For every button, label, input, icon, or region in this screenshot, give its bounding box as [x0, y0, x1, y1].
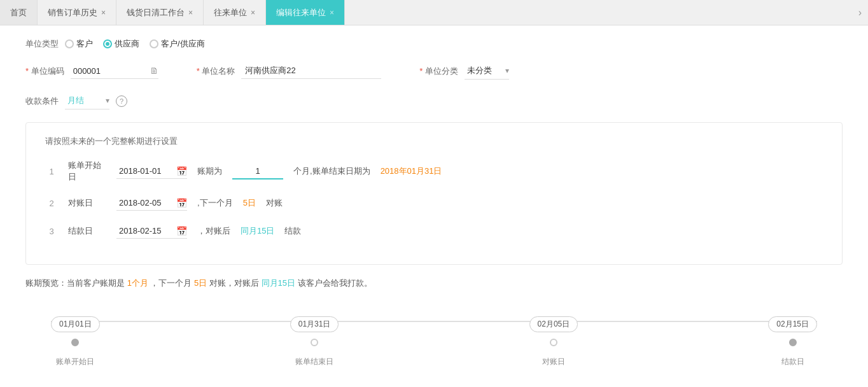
- radio-supplier[interactable]: 供应商: [103, 38, 139, 50]
- row-1-highlight-end: 2018年01月31日: [381, 165, 442, 177]
- row-2-highlight-day: 5日: [243, 197, 256, 209]
- unit-type-label: 单位类型: [25, 38, 59, 50]
- row-3-number: 3: [45, 227, 58, 236]
- unit-category-select[interactable]: 未分类 ▾: [465, 62, 509, 80]
- tab-edit-partner-label: 编辑往来单位: [276, 7, 326, 18]
- unit-name-label: 单位名称: [197, 66, 235, 77]
- timeline-date-3: 02月15日: [768, 316, 817, 332]
- unit-code-input[interactable]: [71, 64, 147, 78]
- preview-highlight2: 5日: [194, 278, 207, 288]
- section-title: 请按照未来的一个完整帐期进行设置: [45, 136, 823, 147]
- timeline-label-1: 账单结束日: [295, 356, 333, 367]
- payment-help-icon[interactable]: ?: [116, 95, 127, 107]
- radio-both-label: 客户/供应商: [161, 38, 205, 50]
- row-3-label: 结款日: [68, 225, 106, 237]
- unit-category-chevron: ▾: [505, 66, 509, 75]
- preview-mid1: ，下一个月: [150, 278, 192, 288]
- row-3-date-wrapper: 📅: [116, 223, 187, 239]
- tab-bar: 首页 销售订单历史 × 钱货日清工作台 × 往来单位 × 编辑往来单位 × ›: [0, 0, 868, 25]
- row-1-number: 1: [45, 167, 58, 176]
- timeline-label-2: 对账日: [542, 356, 565, 367]
- tab-sales-order-label: 销售订单历史: [48, 7, 97, 18]
- row-2-cal-icon[interactable]: 📅: [176, 198, 187, 208]
- payment-cond-row: 收款条件 月结 ▾ ?: [25, 92, 843, 109]
- row-2-number: 2: [45, 199, 58, 208]
- row-3-desc-suffix: 结款: [284, 225, 301, 237]
- unit-name-input[interactable]: [241, 64, 381, 79]
- tab-cash-work-label: 钱货日清工作台: [127, 7, 185, 18]
- payment-cond-value: 月结: [65, 92, 103, 109]
- tab-cash-work[interactable]: 钱货日清工作台 ×: [116, 0, 204, 25]
- tab-partner-label: 往来单位: [214, 7, 247, 18]
- payment-cond-label: 收款条件: [25, 95, 59, 107]
- preview-highlight1: 1个月: [127, 278, 148, 288]
- preview-prefix: 账期预览：当前客户账期是: [25, 278, 125, 288]
- timeline-label-3: 结款日: [781, 356, 804, 367]
- row-3-desc-prefix: ，对账后: [197, 225, 230, 237]
- row-1-desc-prefix: 账期为: [197, 165, 222, 177]
- code-name-row: 单位编码 🗎 单位名称 单位分类 未分类 ▾: [25, 62, 843, 80]
- radio-customer-circle: [65, 39, 74, 48]
- tab-partner-close[interactable]: ×: [251, 8, 255, 17]
- timeline-date-0: 01月01日: [51, 316, 100, 332]
- row-3-highlight-day: 同月15日: [241, 225, 274, 237]
- main-content: 单位类型 客户 供应商 客户/供应商 单位编码 🗎 单位名称 单: [0, 25, 868, 387]
- row-2-date-wrapper: 📅: [116, 195, 187, 211]
- tab-scroll-arrow[interactable]: ›: [852, 0, 868, 25]
- preview-text: 账期预览：当前客户账期是 1个月 ，下一个月 5日 对账，对账后 同月15日 该…: [25, 278, 843, 289]
- radio-both[interactable]: 客户/供应商: [150, 38, 205, 50]
- unit-code-icon[interactable]: 🗎: [150, 66, 158, 76]
- setting-row-1: 1 账单开始日 📅 账期为 个月,账单结束日期为 2018年01月31日: [45, 160, 823, 183]
- unit-category-value: 未分类: [465, 62, 503, 79]
- timeline-node-2: 02月05日 对账日: [529, 314, 578, 367]
- radio-supplier-label: 供应商: [115, 38, 139, 50]
- timeline-nodes: 01月01日 账单开始日 01月31日 账单结束日 02月05日 对账日: [51, 314, 817, 367]
- tab-edit-partner-close[interactable]: ×: [330, 8, 334, 17]
- unit-type-row: 单位类型 客户 供应商 客户/供应商: [25, 38, 843, 50]
- tab-home[interactable]: 首页: [0, 0, 38, 25]
- setting-row-3: 3 结款日 📅 ，对账后 同月15日 结款: [45, 223, 823, 239]
- row-1-date-wrapper: 📅: [116, 164, 187, 179]
- row-1-cal-icon[interactable]: 📅: [176, 166, 187, 176]
- radio-group: 客户 供应商 客户/供应商: [65, 38, 205, 50]
- radio-customer[interactable]: 客户: [65, 38, 93, 50]
- radio-both-circle: [150, 39, 158, 48]
- timeline: 01月01日 账单开始日 01月31日 账单结束日 02月05日 对账日: [25, 308, 843, 374]
- settings-section: 请按照未来的一个完整帐期进行设置 1 账单开始日 📅 账期为 个月,账单结束日期…: [25, 122, 843, 265]
- tab-cash-work-close[interactable]: ×: [188, 8, 193, 17]
- row-1-label: 账单开始日: [68, 160, 106, 183]
- preview-mid2: 对账，对账后: [209, 278, 259, 288]
- radio-supplier-circle: [103, 39, 112, 48]
- row-2-desc-prefix: ,下一个月: [197, 197, 233, 209]
- row-2-desc-suffix: 对账: [266, 197, 283, 209]
- radio-customer-label: 客户: [76, 38, 93, 50]
- timeline-node-1: 01月31日 账单结束日: [290, 314, 339, 367]
- timeline-label-0: 账单开始日: [56, 356, 94, 367]
- tab-sales-order-close[interactable]: ×: [101, 8, 106, 17]
- row-2-date-input[interactable]: [116, 195, 174, 210]
- timeline-date-1: 01月31日: [290, 316, 339, 332]
- row-3-cal-icon[interactable]: 📅: [176, 226, 187, 236]
- unit-code-label: 单位编码: [25, 66, 64, 77]
- row-1-date-input[interactable]: [116, 164, 174, 178]
- unit-code-input-wrapper: 🗎: [71, 64, 158, 79]
- timeline-date-2: 02月05日: [529, 316, 578, 332]
- payment-cond-chevron: ▾: [106, 96, 109, 105]
- payment-cond-select[interactable]: 月结 ▾: [65, 92, 109, 109]
- tab-edit-partner[interactable]: 编辑往来单位 ×: [266, 0, 345, 25]
- row-3-date-input[interactable]: [116, 223, 174, 238]
- row-2-label: 对账日: [68, 197, 106, 209]
- tab-home-label: 首页: [10, 7, 27, 18]
- preview-highlight3: 同月15日: [262, 278, 295, 288]
- tab-partner[interactable]: 往来单位 ×: [204, 0, 266, 25]
- unit-category-label: 单位分类: [419, 66, 458, 77]
- preview-suffix: 该客户会给我打款。: [298, 278, 372, 288]
- timeline-node-3: 02月15日 结款日: [768, 314, 817, 367]
- tab-sales-order[interactable]: 销售订单历史 ×: [38, 0, 116, 25]
- timeline-node-0: 01月01日 账单开始日: [51, 314, 100, 367]
- period-input[interactable]: [232, 164, 283, 179]
- setting-row-2: 2 对账日 📅 ,下一个月 5日 对账: [45, 195, 823, 211]
- row-1-desc-suffix: 个月,账单结束日期为: [293, 165, 370, 177]
